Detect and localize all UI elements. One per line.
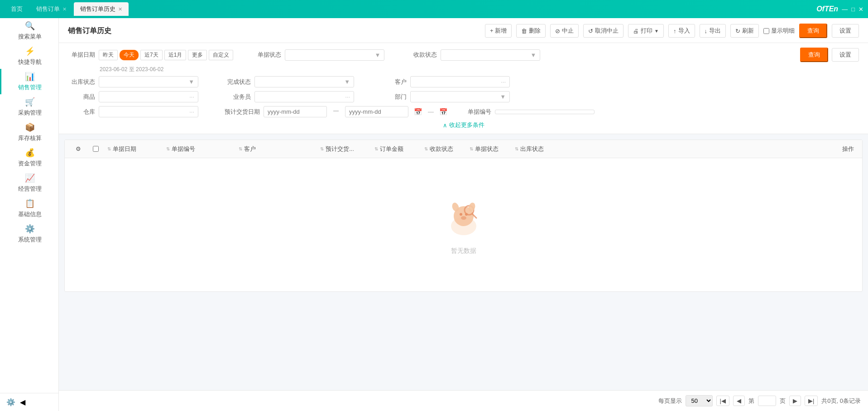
query-button-2[interactable]: 查询 [800,48,828,62]
quick-nav-icon: ⚡ [25,46,35,56]
last-page-btn[interactable]: ▶| [805,396,818,406]
complete-status-select[interactable]: ▼ [254,76,354,87]
page-label-post: 页 [780,397,786,405]
next-page-btn[interactable]: ▶ [789,396,801,406]
collapse-link[interactable]: ∧ 收起更多条件 [68,121,859,129]
calendar-icon-2[interactable]: 📅 [439,108,448,116]
sort-date-icon[interactable]: ⇅ [107,146,111,151]
query-button[interactable]: 查询 [799,24,827,38]
th-check [87,146,104,152]
settings-gear-icon[interactable]: ⚙ [76,145,81,152]
print-button[interactable]: 🖨 打印 ▼ [628,24,664,38]
sidebar-item-operations[interactable]: 📈 经营管理 [0,170,58,196]
th-operation: 操作 [556,145,858,153]
window-max-btn[interactable]: □ [851,6,855,13]
tab-home[interactable]: 首页 [5,2,29,16]
page-label-pre: 第 [748,397,754,405]
th-settings[interactable]: ⚙ [69,145,87,152]
sort-amount-icon[interactable]: ⇅ [374,146,378,151]
per-page-select[interactable]: 50 100 200 [686,395,713,406]
show-details-checkbox[interactable] [763,28,769,34]
page-number-input[interactable]: 1 [758,396,776,406]
sys-mgmt-icon: ⚙️ [25,224,35,234]
warehouse-select[interactable]: ··· [99,106,198,117]
payment-status-select[interactable]: ▼ [441,49,540,61]
sidebar-bottom: ⚙️ ◀ [0,393,58,411]
sidebar-collapse-icon[interactable]: ◀ [20,398,25,406]
delivery-date-from-input[interactable] [264,106,327,117]
sort-delivery-icon[interactable]: ⇅ [320,146,324,151]
goods-select[interactable]: ··· [99,91,198,102]
sort-order-icon[interactable]: ⇅ [470,146,473,151]
sidebar-item-quick-nav[interactable]: ⚡ 快捷导航 [0,44,58,69]
order-no-input[interactable] [495,110,595,114]
salesperson-select[interactable]: ··· [254,91,354,102]
cancel-stop-button[interactable]: ↺ 取消中止 [583,24,623,38]
sort-no-icon[interactable]: ⇅ [166,146,170,151]
inventory-icon: 📦 [25,122,35,132]
th-pay-status: ⇅ 收款状态 [421,145,466,153]
table-header: ⚙ ⇅ 单据日期 ⇅ 单据编号 ⇅ 客户 [65,140,862,158]
customer-select[interactable]: ··· [410,76,510,87]
th-out-status: ⇅ 出库状态 [511,145,556,153]
date-more-btn[interactable]: 更多 [188,50,207,60]
sidebar-item-search-menu[interactable]: 🔍 搜索菜单 [0,18,58,44]
import-button[interactable]: ↑ 导入 [668,24,695,38]
sort-pay-icon[interactable]: ⇅ [424,146,428,151]
sidebar-item-sys-mgmt[interactable]: ⚙️ 系统管理 [0,221,58,247]
date-1month-btn[interactable]: 近1月 [164,50,187,60]
delivery-date-to-input[interactable] [345,106,408,117]
base-info-icon: 📋 [25,198,35,208]
finance-icon: 💰 [25,148,35,158]
pagination-bar: 每页显示 50 100 200 |◀ ◀ 第 1 页 ▶ ▶| 共0页, 0条记… [59,390,868,411]
export-icon: ↓ [705,28,708,34]
search-menu-icon: 🔍 [25,21,35,31]
filter-row-2: 出库状态 ▼ 完成状态 ▼ 客户 ··· [68,76,859,87]
delete-icon: 🗑 [521,28,527,34]
order-status-select[interactable]: ▼ [285,49,384,61]
new-button[interactable]: + 新增 [485,24,512,38]
sidebar-item-purchase-mgmt[interactable]: 🛒 采购管理 [0,94,58,120]
date-7days-btn[interactable]: 近7天 [140,50,163,60]
date-today-btn[interactable]: 今天 [120,50,139,60]
tab-sales-order-history-label: 销售订单历史 [80,5,115,13]
sidebar-item-base-info[interactable]: 📋 基础信息 [0,196,58,221]
refresh-button[interactable]: ↻ 刷新 [730,24,759,38]
tab-sales-order-history[interactable]: 销售订单历史 ✕ [74,2,129,16]
sidebar-item-purchase-mgmt-label: 采购管理 [18,109,42,117]
settings-button[interactable]: 设置 [832,24,859,38]
show-details-checkbox-label[interactable]: 显示明细 [763,27,795,35]
window-min-btn[interactable]: — [842,6,848,13]
prev-page-btn[interactable]: ◀ [733,396,745,406]
sidebar-item-quick-nav-label: 快捷导航 [18,58,42,66]
stop-button[interactable]: ⊘ 中止 [550,24,579,38]
import-icon: ↑ [673,28,676,34]
tab-sales-order[interactable]: 销售订单 ✕ [30,2,73,16]
date-yesterday-btn[interactable]: 昨天 [99,50,118,60]
settings-button-2[interactable]: 设置 [832,48,859,62]
collapse-up-icon: ∧ [443,122,447,129]
select-all-checkbox[interactable] [93,146,99,152]
empty-text: 暂无数据 [451,247,476,255]
th-date: ⇅ 单据日期 [104,145,163,153]
sidebar-settings-icon[interactable]: ⚙️ [6,398,15,406]
export-button[interactable]: ↓ 导出 [700,24,726,38]
table-wrapper: ⚙ ⇅ 单据日期 ⇅ 单据编号 ⇅ 客户 [64,140,863,292]
out-status-select[interactable]: ▼ [99,76,198,87]
sidebar-item-sales-mgmt[interactable]: 📊 销售管理 [0,69,58,94]
calendar-icon-1[interactable]: 📅 [414,108,422,116]
date-custom-btn[interactable]: 自定义 [209,50,233,60]
sidebar-item-base-info-label: 基础信息 [18,210,42,218]
sidebar-item-operations-label: 经营管理 [18,185,42,193]
window-close-btn[interactable]: ✕ [858,6,863,13]
dept-select[interactable]: ▼ [410,91,510,102]
sidebar-item-inventory[interactable]: 📦 库存核算 [0,120,58,145]
first-page-btn[interactable]: |◀ [716,396,729,406]
delete-button[interactable]: 🗑 删除 [516,24,546,38]
sort-out-icon[interactable]: ⇅ [515,146,518,151]
tab-sales-order-close[interactable]: ✕ [62,6,67,12]
sidebar-item-finance[interactable]: 💰 资金管理 [0,145,58,170]
sort-customer-icon[interactable]: ⇅ [239,146,242,151]
tab-sales-order-history-close[interactable]: ✕ [118,6,122,12]
top-bar-right: OfTEn — □ ✕ [816,5,863,13]
